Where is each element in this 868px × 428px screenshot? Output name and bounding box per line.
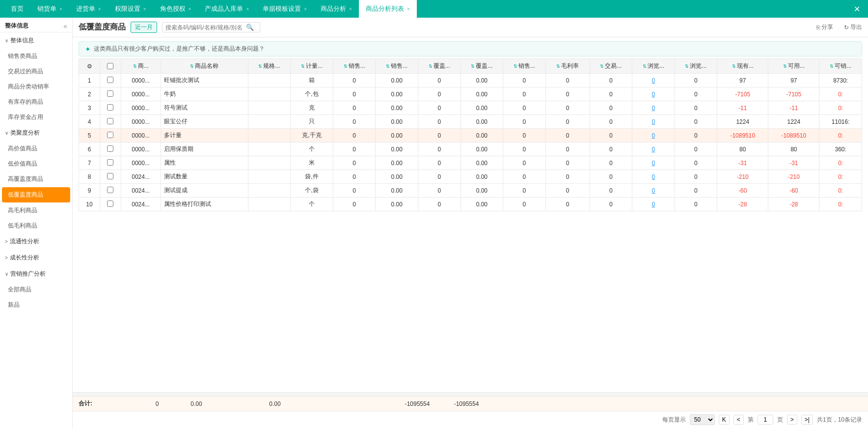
sidebar-item-category-rate[interactable]: 商品分类动销率 bbox=[0, 79, 72, 94]
col-checkbox[interactable] bbox=[100, 59, 121, 74]
search-icon[interactable]: 🔍 bbox=[246, 24, 254, 31]
horizontal-scrollbar[interactable] bbox=[73, 392, 868, 396]
col-browse1[interactable]: ⇅浏览... bbox=[632, 59, 675, 74]
sidebar-item-in-stock[interactable]: 有库存的商品 bbox=[0, 94, 72, 110]
prev-page-button[interactable]: < bbox=[733, 415, 744, 425]
col-cover1[interactable]: ⇅覆盖... bbox=[418, 59, 461, 74]
next-page-button[interactable]: > bbox=[787, 415, 797, 425]
row-browse1[interactable]: 0 bbox=[632, 87, 675, 101]
row-select-checkbox[interactable] bbox=[107, 104, 113, 111]
sidebar-item-low-coverage[interactable]: 低覆盖度商品 bbox=[2, 187, 70, 202]
close-icon[interactable]: × bbox=[349, 6, 352, 12]
col-spec[interactable]: ⇅规格... bbox=[248, 59, 291, 74]
row-select-checkbox[interactable] bbox=[107, 145, 113, 152]
sidebar-section-cluster[interactable]: ∨ 类聚度分析 bbox=[0, 125, 72, 141]
row-select-checkbox[interactable] bbox=[107, 173, 113, 179]
row-browse1[interactable]: 0 bbox=[632, 143, 675, 156]
row-select-checkbox[interactable] bbox=[107, 90, 113, 97]
col-gross-rate[interactable]: ⇅毛利率 bbox=[545, 59, 590, 74]
sidebar-item-stock-capital[interactable]: 库存资金占用 bbox=[0, 110, 72, 125]
last-page-button[interactable]: >| bbox=[801, 415, 813, 425]
nav-purchase-order[interactable]: 进货单 × bbox=[69, 0, 108, 18]
row-select-checkbox[interactable] bbox=[107, 200, 113, 207]
row-browse1[interactable]: 0 bbox=[632, 101, 675, 115]
close-icon[interactable]: × bbox=[246, 6, 249, 12]
row-checkbox[interactable] bbox=[100, 74, 121, 87]
close-icon[interactable]: × bbox=[189, 6, 191, 12]
row-checkbox[interactable] bbox=[100, 101, 121, 115]
row-browse1[interactable]: 0 bbox=[632, 129, 675, 143]
row-checkbox[interactable] bbox=[100, 184, 121, 198]
col-sales-x[interactable]: ⇅销售... bbox=[503, 59, 546, 74]
sidebar-section-growth[interactable]: > 成长性分析 bbox=[0, 250, 72, 266]
row-select-checkbox[interactable] bbox=[107, 159, 113, 166]
sidebar-item-traded-goods[interactable]: 交易过的商品 bbox=[0, 64, 72, 79]
sidebar-item-high-margin[interactable]: 高毛利商品 bbox=[0, 203, 72, 218]
col-saleable[interactable]: ⇅可销... bbox=[819, 59, 862, 74]
close-icon[interactable]: × bbox=[143, 6, 146, 12]
close-icon[interactable]: × bbox=[98, 6, 101, 12]
col-available[interactable]: ⇅可用... bbox=[768, 59, 819, 74]
sidebar-item-high-coverage[interactable]: 高覆盖度商品 bbox=[0, 171, 72, 187]
col-trade[interactable]: ⇅交易... bbox=[590, 59, 632, 74]
col-current[interactable]: ⇅现有... bbox=[717, 59, 768, 74]
sidebar-item-low-value[interactable]: 低价值商品 bbox=[0, 156, 72, 171]
close-icon[interactable]: × bbox=[59, 6, 62, 12]
sidebar-item-all-goods[interactable]: 全部商品 bbox=[0, 282, 72, 297]
sidebar-item-low-margin[interactable]: 低毛利商品 bbox=[0, 218, 72, 233]
row-browse1[interactable]: 0 bbox=[632, 115, 675, 129]
row-checkbox[interactable] bbox=[100, 143, 121, 156]
col-sales-amt[interactable]: ⇅销售... bbox=[376, 59, 418, 74]
row-checkbox[interactable] bbox=[100, 115, 121, 129]
nav-role-auth[interactable]: 角色授权 × bbox=[153, 0, 198, 18]
page-number-input[interactable] bbox=[758, 415, 773, 425]
row-checkbox[interactable] bbox=[100, 198, 121, 211]
col-code[interactable]: ⇅商... bbox=[121, 59, 161, 74]
row-select-checkbox[interactable] bbox=[107, 77, 113, 83]
first-page-button[interactable]: K bbox=[719, 415, 730, 425]
row-browse1[interactable]: 0 bbox=[632, 198, 675, 211]
row-browse1[interactable]: 0 bbox=[632, 156, 675, 170]
close-icon[interactable]: × bbox=[407, 6, 410, 12]
row-select-checkbox[interactable] bbox=[107, 132, 113, 138]
row-select-checkbox[interactable] bbox=[107, 187, 113, 193]
row-browse1[interactable]: 0 bbox=[632, 74, 675, 87]
page-size-select[interactable]: 50 100 200 bbox=[690, 414, 715, 425]
close-icon[interactable]: × bbox=[304, 6, 307, 12]
sidebar-section-overall[interactable]: ∨ 整体信息 bbox=[0, 32, 72, 49]
row-select-checkbox[interactable] bbox=[107, 118, 113, 124]
col-unit[interactable]: ⇅计量... bbox=[291, 59, 333, 74]
row-checkbox[interactable] bbox=[100, 87, 121, 101]
row-browse1[interactable]: 0 bbox=[632, 170, 675, 184]
date-filter-button[interactable]: 近一月 bbox=[131, 22, 157, 33]
sidebar-item-high-value[interactable]: 高价值商品 bbox=[0, 141, 72, 156]
row-checkbox[interactable] bbox=[100, 129, 121, 143]
col-browse2[interactable]: ⇅浏览... bbox=[675, 59, 717, 74]
nav-template-settings[interactable]: 单据模板设置 × bbox=[256, 0, 314, 18]
window-close-button[interactable]: ✕ bbox=[850, 4, 864, 14]
search-input[interactable] bbox=[165, 24, 244, 31]
nav-product-analysis[interactable]: 商品分析 × bbox=[314, 0, 359, 18]
nav-product-inbound[interactable]: 产成品入库单 × bbox=[198, 0, 256, 18]
row-name: 测试数量 bbox=[161, 170, 248, 184]
select-all-checkbox[interactable] bbox=[107, 63, 113, 69]
sidebar-section-circulation[interactable]: > 流通性分析 bbox=[0, 233, 72, 250]
nav-permissions[interactable]: 权限设置 × bbox=[108, 0, 153, 18]
col-settings[interactable]: ⚙ bbox=[79, 59, 100, 74]
nav-sales-order[interactable]: 销货单 × bbox=[30, 0, 69, 18]
row-checkbox[interactable] bbox=[100, 170, 121, 184]
col-cover2[interactable]: ⇅覆盖... bbox=[461, 59, 503, 74]
row-browse1[interactable]: 0 bbox=[632, 184, 675, 198]
sidebar-item-sales-goods[interactable]: 销售类商品 bbox=[0, 49, 72, 64]
nav-product-analysis-list[interactable]: 商品分析列表 × bbox=[359, 0, 417, 18]
col-sales-qty[interactable]: ⇅销售... bbox=[333, 59, 376, 74]
nav-home[interactable]: 首页 bbox=[4, 0, 30, 18]
sidebar-collapse-btn[interactable]: « bbox=[60, 22, 70, 30]
sidebar-section-marketing[interactable]: ∨ 营销推广分析 bbox=[0, 266, 72, 282]
share-button[interactable]: ⎘ 分享 bbox=[816, 23, 833, 31]
col-name[interactable]: ⇅商品名称 bbox=[161, 59, 248, 74]
sidebar-item-new-goods[interactable]: 新品 bbox=[0, 297, 72, 313]
export-button[interactable]: ↻ 导出 bbox=[844, 23, 862, 31]
row-cover2: 0.00 bbox=[461, 170, 503, 184]
row-checkbox[interactable] bbox=[100, 156, 121, 170]
